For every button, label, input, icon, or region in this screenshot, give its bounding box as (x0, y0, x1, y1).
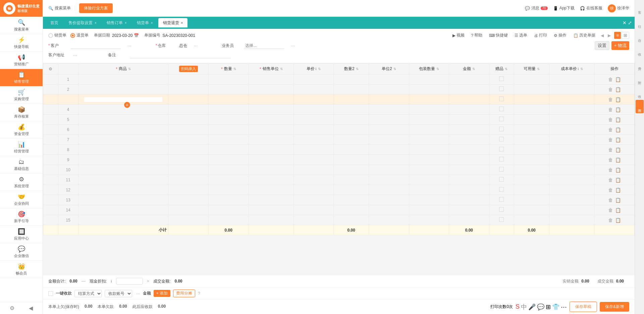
radio-sales-delivery[interactable]: 销货单 (48, 33, 66, 38)
row-gift-1[interactable] (489, 74, 514, 84)
sidebar-settings-icon[interactable]: ⚙ (10, 305, 14, 311)
rs-item-attach[interactable]: 附 (636, 72, 644, 85)
row-avail-6[interactable] (514, 125, 549, 135)
row-unit2-7[interactable] (369, 135, 409, 145)
copy-row-7-btn[interactable]: 📋 (615, 137, 621, 142)
add-logistics-btn[interactable]: + 物流 (611, 41, 630, 50)
delete-row-4-btn[interactable]: 🗑 (608, 107, 613, 112)
row-unit2-3[interactable] (369, 95, 409, 105)
row-cost-10[interactable] (549, 165, 594, 175)
row-unit-11[interactable] (249, 175, 293, 185)
row-amount-11[interactable] (449, 175, 489, 185)
row-avail-7[interactable] (514, 135, 549, 145)
copy-row-6-btn[interactable]: 📋 (615, 127, 621, 132)
row-cost-14[interactable] (549, 205, 594, 215)
row-amount-10[interactable] (449, 165, 489, 175)
row-gift-2[interactable] (489, 84, 514, 95)
row-cost-13[interactable] (549, 195, 594, 205)
row-amount-7[interactable] (449, 135, 489, 145)
row-gift-8[interactable] (489, 145, 514, 155)
row-unit-4[interactable] (249, 105, 293, 115)
row-qty2-15[interactable] (334, 215, 369, 225)
row-product-4[interactable] (78, 105, 168, 115)
row-product-6[interactable] (78, 125, 168, 135)
copy-row-10-btn[interactable]: 📋 (615, 167, 621, 173)
sidebar-item-sales[interactable]: 📋 销售管理 (0, 69, 43, 86)
user-btn[interactable]: 徐 徐泽华 (608, 4, 629, 12)
account-select[interactable]: 收款账号 (105, 290, 132, 297)
sidebar-item-appstore[interactable]: 🔲 应用中心 (0, 226, 43, 243)
row-amount-12[interactable] (449, 185, 489, 195)
row-qty2-8[interactable] (334, 145, 369, 155)
gift-checkbox-8[interactable] (499, 147, 504, 151)
sidebar-item-marketing[interactable]: 📢 营销推广 (0, 52, 43, 69)
sort-qty2-icon[interactable]: ⇅ (356, 67, 359, 71)
row-cost-11[interactable] (549, 175, 594, 185)
rs-item-receive[interactable]: 收 (636, 86, 644, 99)
row-product-2[interactable] (78, 84, 168, 95)
row-unit-3[interactable] (249, 95, 293, 105)
rs-item-circle[interactable]: 圈 (636, 100, 644, 113)
gift-checkbox-9[interactable] (499, 157, 504, 162)
gift-checkbox-4[interactable] (499, 107, 504, 111)
rs-item-stock[interactable]: 存 (636, 29, 644, 43)
fee-split-btn[interactable]: 费用分摊 (173, 290, 195, 297)
row-pkg-15[interactable] (409, 215, 449, 225)
row-avail-1[interactable] (514, 74, 549, 84)
copy-row-2-btn[interactable]: 📋 (615, 87, 621, 92)
sort-product-icon[interactable]: ⇅ (128, 67, 131, 71)
row-amount-13[interactable] (449, 195, 489, 205)
row-pkg-7[interactable] (409, 135, 449, 145)
experience-btn[interactable]: 体验行业方案 (79, 3, 113, 13)
delete-row-8-btn[interactable]: 🗑 (608, 147, 613, 152)
copy-row-1-btn[interactable]: 📋 (615, 77, 621, 82)
row-unit-15[interactable] (249, 215, 293, 225)
row-price-8[interactable] (293, 145, 334, 155)
row-unit2-15[interactable] (369, 215, 409, 225)
message-btn[interactable]: 💬 消息 70 (525, 5, 548, 11)
gift-checkbox-5[interactable] (499, 117, 504, 121)
row-amount-6[interactable] (449, 125, 489, 135)
row-product-3[interactable]: + (78, 95, 168, 105)
payment-method-select[interactable]: 结算方式 (74, 290, 102, 297)
row-unit2-8[interactable] (369, 145, 409, 155)
row-unit-13[interactable] (249, 195, 293, 205)
prev-btn[interactable]: ◀ (601, 33, 604, 38)
row-product-12[interactable] (78, 185, 168, 195)
row-cost-2[interactable] (549, 84, 594, 95)
sidebar-item-purchase[interactable]: 🛒 采购管理 (0, 86, 43, 104)
row-avail-13[interactable] (514, 195, 549, 205)
sort-price-icon[interactable]: ⇅ (318, 67, 321, 71)
gift-checkbox-15[interactable] (499, 217, 504, 222)
row-unit-1[interactable] (249, 74, 293, 84)
copy-row-12-btn[interactable]: 📋 (615, 187, 621, 193)
rs-item-transaction[interactable]: 往 (636, 15, 644, 29)
row-unit2-5[interactable] (369, 115, 409, 125)
row-amount-5[interactable] (449, 115, 489, 125)
row-gift-12[interactable] (489, 185, 514, 195)
tab-maximize-btn[interactable]: ⤢ (628, 20, 632, 25)
row-pkg-5[interactable] (409, 115, 449, 125)
row-gift-11[interactable] (489, 175, 514, 185)
row-pkg-10[interactable] (409, 165, 449, 175)
sort-amount-icon[interactable]: ⇅ (472, 67, 475, 71)
row-pkg-13[interactable] (409, 195, 449, 205)
agent-dots[interactable]: ··· (291, 43, 295, 48)
row-price-15[interactable] (293, 215, 334, 225)
row-qty2-3[interactable] (334, 95, 369, 105)
row-cost-5[interactable] (549, 115, 594, 125)
row-unit-2[interactable] (249, 84, 293, 95)
set-btn[interactable]: 设置 (595, 41, 609, 50)
gift-checkbox-11[interactable] (499, 177, 504, 182)
sort-qty-icon[interactable]: ⇅ (233, 67, 236, 71)
row-unit-8[interactable] (249, 145, 293, 155)
row-avail-5[interactable] (514, 115, 549, 125)
row-qty2-5[interactable] (334, 115, 369, 125)
next-btn[interactable]: ▶ (608, 33, 611, 38)
row-product-7[interactable] (78, 135, 168, 145)
row-avail-15[interactable] (514, 215, 549, 225)
row-avail-12[interactable] (514, 185, 549, 195)
tab-home[interactable]: 首页 (46, 18, 63, 27)
print-btn[interactable]: 🖨 打印 (532, 32, 549, 39)
sidebar-item-cooperation[interactable]: 🤝 企业协同 (0, 191, 43, 208)
